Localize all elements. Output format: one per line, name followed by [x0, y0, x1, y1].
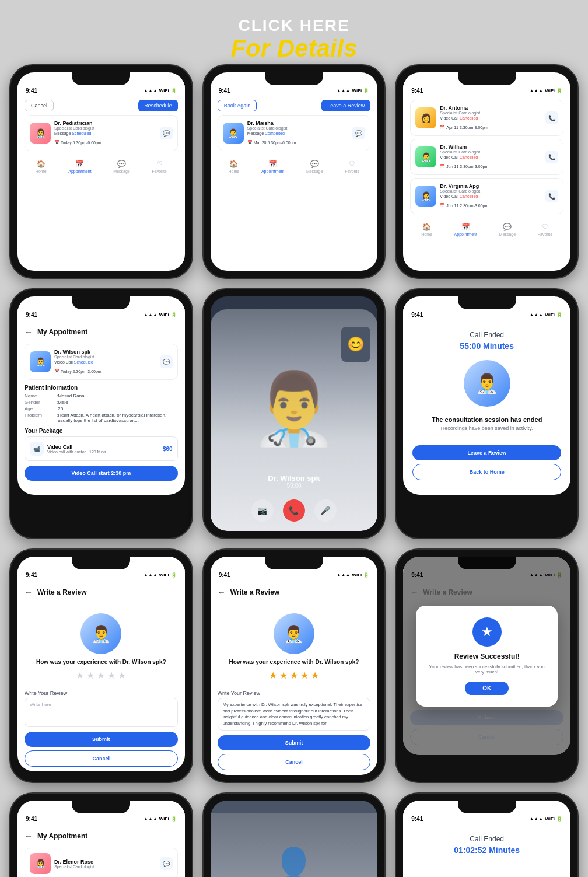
book-again-button[interactable]: Book Again [218, 100, 257, 111]
status-icons: ▲▲▲ WiFi 🔋 [337, 572, 370, 578]
screen-r3-p2: 9:41 ▲▲▲ WiFi 🔋 ← Write a Review 👨‍⚕️ Ho… [211, 557, 378, 775]
date-text: Jun 11 2:30pm-3:00pm [446, 204, 488, 208]
date-text: Today 5:30pm-6:00pm [61, 141, 102, 145]
nav-appointment[interactable]: 📅 Appointment [68, 160, 91, 173]
doctor-avatar: 👩‍⚕️ [415, 186, 436, 207]
star-3[interactable]: ★ [290, 670, 298, 681]
leave-review-button[interactable]: Leave a Review [412, 445, 561, 460]
wifi-icon: WiFi [545, 312, 555, 317]
star-rating[interactable]: ★ ★ ★ ★ ★ [227, 670, 362, 681]
nav-appointment[interactable]: 📅 Appointment [261, 160, 284, 173]
star-3[interactable]: ★ [97, 670, 105, 681]
nav-message[interactable]: 💬 Message [113, 160, 130, 173]
back-arrow-icon[interactable]: ← [218, 588, 226, 597]
back-arrow-icon[interactable]: ← [24, 327, 33, 337]
star-2[interactable]: ★ [86, 670, 94, 681]
star-1[interactable]: ★ [76, 670, 84, 681]
call-label: Video Call [440, 194, 460, 198]
package-sub-text: Video call with doctor [47, 450, 86, 454]
phone-icon[interactable]: 📞 [545, 111, 558, 124]
star-rating[interactable]: ★ ★ ★ ★ ★ [34, 670, 169, 681]
problem-label: Problem [24, 413, 57, 423]
message-icon[interactable]: 💬 [160, 857, 173, 870]
status-icons: ▲▲▲ WiFi 🔋 [529, 88, 562, 93]
end-call-button[interactable]: 📞 [283, 499, 305, 522]
phone-icon[interactable]: 📞 [545, 151, 558, 163]
nav-message[interactable]: 💬 Message [306, 160, 323, 173]
doctor-name: Dr. Virginia Apg [440, 183, 542, 189]
signal-icon: ▲▲▲ [337, 572, 351, 578]
appointment-icon: 📅 [75, 160, 84, 168]
nav-home[interactable]: 🏠 Home [229, 160, 240, 173]
doctor-row: 👨‍⚕️ Dr. Maisha Specialist Cardiologist … [223, 120, 366, 146]
star-1[interactable]: ★ [269, 670, 277, 681]
nav-message[interactable]: 💬 Message [499, 223, 516, 236]
battery-icon: 🔋 [363, 88, 369, 93]
camera-toggle-button[interactable]: 📷 [251, 499, 274, 522]
status-text: Scheduled [74, 360, 93, 364]
back-arrow-icon[interactable]: ← [24, 588, 33, 597]
star-5[interactable]: ★ [311, 670, 319, 681]
wifi-icon: WiFi [545, 88, 555, 93]
date-badge: 📅 Apr 11 3:30pm-3:00pm [440, 125, 488, 130]
review-text-filled[interactable]: My experience with Dr. Wilson spk was tr… [218, 698, 371, 731]
review-input[interactable]: Write here [24, 698, 178, 727]
leave-review-button[interactable]: Leave a Review [321, 100, 370, 111]
back-arrow-icon[interactable]: ← [24, 831, 33, 841]
date-text: Today 2:30pm-3:00pm [61, 369, 102, 373]
nav-favorite[interactable]: ♡ Favorite [152, 160, 166, 173]
doctor-status: Message Scheduled [54, 131, 156, 135]
wifi-icon: WiFi [352, 88, 362, 93]
phone-icon[interactable]: 📞 [545, 190, 558, 202]
reschedule-button[interactable]: Reschedule [138, 100, 178, 111]
cancel-button[interactable]: Cancel [24, 750, 178, 767]
doctor-info: Dr. Pediatrician Specialist Cardiologist… [54, 120, 156, 146]
submit-button[interactable]: Submit [24, 732, 178, 747]
cancel-button[interactable]: Cancel [218, 754, 371, 770]
star-5[interactable]: ★ [118, 670, 126, 681]
success-icon: ★ [473, 617, 502, 647]
screen-r1-p1: 9:41 ▲▲▲ WiFi 🔋 Cancel Reschedule 👩‍⚕️ [18, 72, 185, 271]
message-icon[interactable]: 💬 [160, 355, 173, 368]
notch [72, 296, 130, 309]
nav-appointment[interactable]: 📅 Appointment [454, 223, 477, 236]
call-duration: 55:00 [211, 483, 378, 489]
promo-banner[interactable]: CLICK HERE For Details [230, 11, 357, 65]
nav-favorite[interactable]: ♡ Favorite [538, 223, 552, 236]
phone-r2-p3: 9:41 ▲▲▲ WiFi 🔋 Call Ended 55:00 Minutes… [395, 288, 579, 539]
battery-icon: 🔋 [171, 88, 177, 93]
battery-icon: 🔋 [556, 88, 562, 93]
cancel-button[interactable]: Cancel [24, 100, 54, 111]
signal-icon: ▲▲▲ [144, 88, 158, 93]
star-4[interactable]: ★ [300, 670, 309, 681]
package-section-title: Your Package [24, 428, 178, 434]
submit-button[interactable]: Submit [218, 735, 371, 750]
nav-home[interactable]: 🏠 Home [36, 160, 47, 173]
favorite-icon: ♡ [156, 160, 163, 168]
phone-r4-p3: 9:41 ▲▲▲ WiFi 🔋 Call Ended 01:02:52 Minu… [395, 792, 579, 877]
message-icon[interactable]: 💬 [352, 127, 365, 139]
start-call-button[interactable]: Video Call start 2:30 pm [24, 466, 178, 481]
gender-label: Gender [24, 400, 57, 405]
review-input-label: Write Your Review [24, 690, 178, 696]
status-text: Scheduled [72, 131, 91, 135]
mic-toggle-button[interactable]: 🎤 [314, 499, 337, 522]
star-2[interactable]: ★ [279, 670, 288, 681]
problem-value: Heart Attack. A heart attack, or myocard… [58, 413, 177, 423]
nav-favorite[interactable]: ♡ Favorite [345, 160, 359, 173]
doctor-name: Dr. Elenor Rose [54, 859, 156, 865]
star-4[interactable]: ★ [107, 670, 116, 681]
nav-home[interactable]: 🏠 Home [421, 223, 432, 236]
status-bar: 9:41 ▲▲▲ WiFi 🔋 [18, 309, 185, 319]
message-icon[interactable]: 💬 [160, 127, 173, 139]
battery-icon: 🔋 [556, 816, 562, 822]
call-duration: 55:00 Minutes [412, 341, 561, 351]
status-time: 9:41 [219, 572, 230, 578]
page-title: Write a Review [37, 588, 86, 596]
signal-icon: ▲▲▲ [529, 312, 543, 317]
review-content: 👨‍⚕️ How was your experience with Dr. Wi… [218, 604, 371, 690]
back-home-button[interactable]: Back to Home [412, 464, 561, 480]
ok-button[interactable]: OK [465, 682, 509, 695]
call-ended-content: Call Ended 55:00 Minutes 👨‍⚕️ The consul… [403, 319, 570, 492]
nav-home-label: Home [36, 169, 47, 173]
